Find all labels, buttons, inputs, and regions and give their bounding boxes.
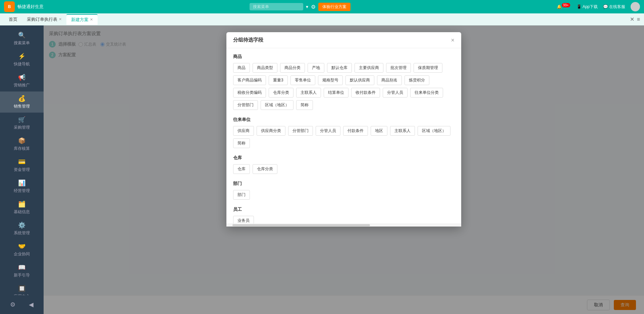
field-tag[interactable]: 往来单位分类 [410, 88, 443, 98]
field-tag[interactable]: 分管人员 [316, 126, 340, 136]
sidebar-item-guide[interactable]: 📖 新手引导 [0, 260, 44, 281]
header-right: 🔔99+ 📱 App下载 💬 在线客服 [557, 2, 640, 11]
top-header: B 畅捷通好生意 ▾ ⚙ 体验行业方案 🔔99+ 📱 App下载 💬 在线客服 [0, 0, 644, 13]
basic-icon: 🗂️ [18, 200, 25, 208]
tab-new-plan-close[interactable]: ✕ [90, 17, 93, 22]
dropdown-icon[interactable]: ▾ [306, 4, 308, 9]
field-tag[interactable]: 分管人员 [383, 88, 408, 98]
sidebar-item-inventory[interactable]: 📦 库存核算 [0, 134, 44, 155]
field-tag[interactable]: 产地 [308, 63, 324, 73]
tab-purchase-close[interactable]: ✕ [59, 17, 62, 21]
section-employee-fields: 业务员 [233, 216, 454, 224]
sales-icon: 💰 [18, 95, 25, 102]
tab-bar: 首页 采购订单执行表 ✕ 新建方案 ✕ ✕ ≡ [0, 13, 644, 25]
sidebar-item-marketing[interactable]: 📢 营销推广 [0, 70, 44, 91]
section-product-title: 商品 [233, 54, 454, 60]
search-icon: 🔍 [18, 32, 25, 39]
settings-icon[interactable]: ⚙ [311, 4, 316, 10]
field-tag[interactable]: 商品类型 [253, 63, 277, 73]
field-tag[interactable]: 保质期管理 [414, 63, 442, 73]
field-tag[interactable]: 分管部门 [288, 126, 313, 136]
tab-menu-icon[interactable]: ≡ [637, 16, 640, 22]
field-tag[interactable]: 商品 [233, 63, 250, 73]
logo-icon: B [4, 1, 15, 12]
finance-icon: 💳 [18, 158, 25, 166]
modal-close-button[interactable]: × [451, 37, 454, 43]
marketing-icon: 📢 [18, 74, 25, 81]
field-tag[interactable]: 炼货积分 [405, 75, 429, 85]
field-tag[interactable]: 结算单位 [324, 88, 348, 98]
field-tag[interactable]: 仓库分类 [253, 164, 277, 174]
system-icon: ⚙️ [18, 222, 25, 229]
sidebar-item-basic[interactable]: 🗂️ 基础信息 [0, 197, 44, 218]
tab-new-plan[interactable]: 新建方案 ✕ [66, 14, 98, 25]
tab-home[interactable]: 首页 [4, 14, 22, 24]
section-department-fields: 部门 [233, 190, 454, 200]
section-partner-fields: 供应商 供应商分类 分管部门 分管人员 付款条件 地区 主联系人 区域（地区） … [233, 126, 454, 148]
operation-icon: 📊 [18, 179, 25, 187]
tab-purchase[interactable]: 采购订单执行表 ✕ [22, 14, 66, 24]
field-tag[interactable]: 默认供应商 [345, 75, 374, 85]
field-tag[interactable]: 分管部门 [233, 100, 258, 110]
field-tag[interactable]: 部门 [233, 190, 250, 200]
logo-text: 畅捷通好生意 [17, 4, 44, 10]
notification-area[interactable]: 🔔99+ [557, 4, 571, 9]
gear-icon-bottom[interactable]: ⚙ [10, 301, 15, 308]
field-tag[interactable]: 简称 [296, 100, 313, 110]
sidebar-item-sales[interactable]: 💰 销售管理 [0, 91, 44, 113]
field-tag[interactable]: 付款条件 [343, 126, 368, 136]
field-tag[interactable]: 税收分类编码 [233, 88, 266, 98]
logo-area: B 畅捷通好生意 [4, 1, 44, 12]
sidebar-item-quicknav[interactable]: ⚡ 快捷导航 [0, 49, 44, 70]
field-tag[interactable]: 商品别名 [377, 75, 402, 85]
field-tag[interactable]: 批次管理 [386, 63, 411, 73]
sidebar-item-operation[interactable]: 📊 经营管理 [0, 176, 44, 197]
field-tag[interactable]: 商品分类 [280, 63, 305, 73]
modal-hscrollbar[interactable] [226, 224, 461, 227]
sidebar-item-finance[interactable]: 💳 资金管理 [0, 155, 44, 176]
modal-body: 商品 商品 商品类型 商品分类 产地 默认仓库 主要供应商 批次管理 保质期管理… [226, 48, 461, 224]
sidebar-item-coop[interactable]: 🤝 企业协同 [0, 239, 44, 260]
field-tag[interactable]: 简称 [233, 138, 250, 148]
section-partner: 往来单位 供应商 供应商分类 分管部门 分管人员 付款条件 地区 主联系人 区域… [233, 117, 454, 148]
field-tag[interactable]: 主联系人 [390, 126, 415, 136]
field-tag[interactable]: 仓库分类 [269, 88, 293, 98]
field-tag[interactable]: 零售单位 [290, 75, 315, 85]
section-department: 部门 部门 [233, 181, 454, 200]
section-product-fields: 商品 商品类型 商品分类 产地 默认仓库 主要供应商 批次管理 保质期管理 客户… [233, 63, 454, 110]
field-tag[interactable]: 收付款条件 [351, 88, 380, 98]
arrow-icon-bottom[interactable]: ◀ [29, 301, 34, 308]
sidebar-item-search[interactable]: 🔍 搜索菜单 [0, 28, 44, 49]
app-download-link[interactable]: 📱 App下载 [577, 4, 598, 10]
section-warehouse: 仓库 仓库 仓库分类 [233, 155, 454, 174]
sidebar-item-system[interactable]: ⚙️ 系统管理 [0, 218, 44, 239]
section-product: 商品 商品 商品类型 商品分类 产地 默认仓库 主要供应商 批次管理 保质期管理… [233, 54, 454, 110]
field-tag[interactable]: 区域（地区） [418, 126, 450, 136]
field-tag[interactable]: 默认仓库 [327, 63, 352, 73]
online-service-link[interactable]: 💬 在线客服 [603, 4, 625, 10]
modal-header: 分组待选字段 × [226, 32, 461, 48]
inventory-icon: 📦 [18, 137, 25, 144]
field-tag[interactable]: 客户商品编码 [233, 75, 266, 85]
field-tag[interactable]: 地区 [371, 126, 387, 136]
header-search-input[interactable] [250, 3, 303, 10]
field-tag[interactable]: 供应商 [233, 126, 254, 136]
field-tag[interactable]: 规格型号 [318, 75, 343, 85]
sidebar-item-purchase[interactable]: 🛒 采购管理 [0, 113, 44, 134]
field-tag[interactable]: 供应商分类 [257, 126, 285, 136]
header-center: ▾ ⚙ 体验行业方案 [250, 3, 351, 11]
section-warehouse-fields: 仓库 仓库分类 [233, 164, 454, 174]
field-tag[interactable]: 业务员 [233, 216, 254, 224]
field-tag[interactable]: 区域（地区） [261, 100, 293, 110]
field-tag[interactable]: 重量3 [269, 75, 288, 85]
field-tag[interactable]: 主联系人 [296, 88, 321, 98]
content-area: 采购订单执行表方案设置 1 选择模板 汇总表 交叉统计表 2 方案配置 [44, 25, 644, 314]
modal-dialog: 分组待选字段 × 商品 商品 商品类型 商品分类 产地 默认仓库 主要供应商 [226, 32, 461, 227]
section-department-title: 部门 [233, 181, 454, 187]
field-tag[interactable]: 主要供应商 [355, 63, 383, 73]
field-tag[interactable]: 仓库 [233, 164, 250, 174]
experience-btn[interactable]: 体验行业方案 [318, 3, 351, 11]
user-avatar[interactable] [631, 2, 640, 11]
tab-close-all[interactable]: ✕ [630, 16, 634, 22]
purchase-icon: 🛒 [18, 116, 25, 123]
